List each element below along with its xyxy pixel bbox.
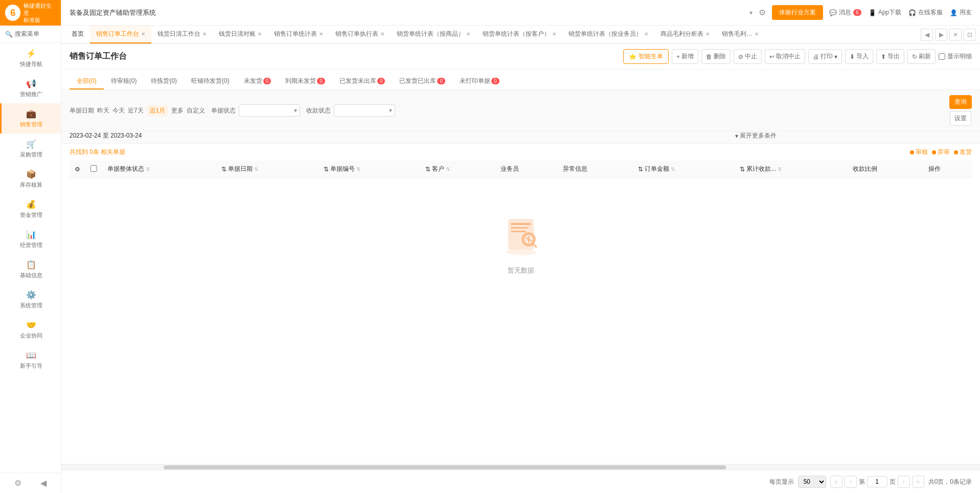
tab-reconcile[interactable]: 钱货日清对账 ✕ [213,26,268,43]
tab-daily-clear[interactable]: 钱货日清工作台 ✕ [151,26,213,43]
tab-close-sales-by-customer[interactable]: ✕ [552,31,556,37]
date-btn-more[interactable]: 更多 [171,106,184,115]
payment-select[interactable] [334,104,395,117]
expand-filter-btn[interactable]: ▾ 展开更多条件 [735,131,777,140]
new-btn[interactable]: + 新增 [672,49,698,64]
collapse-icon[interactable]: ◀ [40,478,47,488]
sub-tab-not-shipped[interactable]: 未发货0 [237,74,279,89]
cancel-stop-btn[interactable]: ↩ 取消中止 [765,49,805,64]
tab-order-exec[interactable]: 销售订单执行表 ✕ [329,26,391,43]
sidebar-item-system[interactable]: ⚙️ 系统管理 [0,284,61,315]
horizontal-scrollbar[interactable] [61,464,980,470]
th-date[interactable]: ⇅ 单据日期 ⇅ [216,161,318,178]
tab-close-sales-gross[interactable]: ✕ [755,31,759,37]
import-btn[interactable]: ⬇ 导入 [845,49,873,64]
user-btn[interactable]: 👤 用友 [950,8,972,17]
page-first-btn[interactable]: « [830,476,842,488]
sub-tab-not-printed[interactable]: 未打印单据0 [452,74,507,89]
date-btn-1month[interactable]: 近1月 [147,105,169,116]
settings-bottom-icon[interactable]: ⚙ [14,478,21,488]
tab-prev-btn[interactable]: ◀ [921,29,933,41]
tab-close-gross-profit[interactable]: ✕ [705,31,710,37]
sidebar-item-guide[interactable]: 📖 新手引导 [0,345,61,375]
online-service-btn[interactable]: 🎧 在线客服 [908,8,943,17]
tab-close-all-btn[interactable]: ✕ [949,29,962,41]
query-btn[interactable]: 查询 [949,95,972,109]
export-btn[interactable]: ⬆ 导出 [876,49,904,64]
tab-close-order-stats[interactable]: ✕ [319,31,323,37]
date-btn-today[interactable]: 今天 [112,106,125,115]
ship-btn[interactable]: 发货 [954,148,972,156]
sub-tab-pending-pick[interactable]: 待拣货(0) [144,74,184,89]
th-settings[interactable]: ⚙ [70,161,85,178]
tab-close-order-exec[interactable]: ✕ [380,31,384,37]
sub-tab-pending-review[interactable]: 待审核(0) [104,74,144,89]
sidebar-search[interactable]: 🔍 搜索菜单 [0,26,61,43]
th-cumulative[interactable]: ⇅ 累计收款... ⇅ [735,161,848,178]
page-prev-btn[interactable]: ‹ [845,476,857,488]
tab-home[interactable]: 首页 [65,26,90,43]
show-detail-checkbox[interactable] [939,53,945,60]
status-select[interactable] [239,104,300,117]
tab-sales-by-staff[interactable]: 销货单统计表（按业务员） ✕ [562,26,654,43]
settings-filter-btn[interactable]: 设置 [950,111,971,126]
sidebar-item-basic-info[interactable]: 📋 基础信息 [0,254,61,284]
tab-sales-gross[interactable]: 销售毛利… ✕ [716,26,765,43]
sidebar-item-purchase[interactable]: 🛒 采购管理 [0,133,61,164]
dropdown-icon[interactable]: ▾ [749,9,753,16]
sub-tab-wangpu-ship[interactable]: 旺铺待发货(0) [184,74,237,89]
th-amount[interactable]: ⇅ 订单金额 ⇅ [633,161,735,178]
print-btn[interactable]: 🖨 打印 ▾ [808,49,842,64]
app-download-btn[interactable]: 📱 App下载 [869,8,901,17]
sidebar-item-finance[interactable]: 💰 资金管理 [0,194,61,224]
date-btn-7days[interactable]: 近7天 [128,106,144,115]
tab-close-sales-workbench[interactable]: ✕ [141,31,145,37]
message-btn[interactable]: 💬 消息 6 [829,8,861,17]
th-checkbox[interactable] [85,161,102,178]
industry-btn[interactable]: 体验行业方案 [772,5,823,20]
handshake-icon: 🤝 [26,320,36,330]
tab-order-stats[interactable]: 销售订单统计表 ✕ [268,26,329,43]
sub-tab-all[interactable]: 全部(0) [70,74,104,89]
settings-header-icon[interactable]: ⚙ [759,8,766,17]
show-detail-label[interactable]: 显示明细 [939,52,972,61]
sidebar-item-marketing[interactable]: 📢 营销推广 [0,73,61,103]
select-all-checkbox[interactable] [90,165,97,172]
tab-sales-by-product[interactable]: 销货单统计表（按商品） ✕ [391,26,476,43]
sub-tab-overdue-ship[interactable]: 到期未发货0 [278,74,332,89]
table-settings-icon[interactable]: ⚙ [75,166,80,173]
tab-expand-btn[interactable]: ⊡ [964,29,976,41]
sidebar-item-enterprise[interactable]: 🤝 企业协同 [0,315,61,345]
review-btn[interactable]: 审核 [910,148,928,156]
tab-gross-profit[interactable]: 商品毛利分析表 ✕ [654,26,716,43]
stop-btn[interactable]: ⊘ 中止 [734,49,762,64]
sub-tab-shipped-not-out[interactable]: 已发货未出库0 [332,74,393,89]
refresh-btn[interactable]: ↻ 刷新 [907,49,936,64]
sidebar-item-operations[interactable]: 📊 经营管理 [0,224,61,254]
sub-tab-shipped-out[interactable]: 已发货已出库0 [392,74,452,89]
page-last-btn[interactable]: » [912,476,924,488]
per-page-select[interactable]: 50 100 [798,476,826,488]
svg-rect-2 [511,223,531,225]
delete-btn[interactable]: 🗑 删除 [701,49,731,64]
sidebar-item-shortcuts[interactable]: ⚡ 快捷导航 [0,43,61,73]
page-input[interactable] [867,476,887,487]
sidebar-item-inventory[interactable]: 📦 库存核算 [0,164,61,194]
sidebar-item-sales[interactable]: 💼 销售管理 [0,103,61,133]
tab-sales-workbench[interactable]: 销售订单工作台 ✕ [90,26,151,43]
abandon-review-btn[interactable]: 弃审 [932,148,950,156]
tab-sales-by-customer[interactable]: 销货单统计表（按客户） ✕ [476,26,562,43]
smart-create-btn[interactable]: ⭐ 智能生单 [623,49,669,64]
page-next-btn[interactable]: › [898,476,910,488]
tab-close-daily-clear[interactable]: ✕ [202,31,207,37]
scrollbar-thumb[interactable] [164,465,726,469]
tab-close-sales-by-staff[interactable]: ✕ [644,31,648,37]
sort-date-arrow: ⇅ [254,166,258,172]
date-btn-yesterday[interactable]: 昨天 [97,106,109,115]
th-customer[interactable]: ⇅ 客户 ⇅ [420,161,495,178]
th-order-no[interactable]: ⇅ 单据编号 ⇅ [318,161,420,178]
tab-next-btn[interactable]: ▶ [935,29,947,41]
tab-close-reconcile[interactable]: ✕ [258,31,262,37]
date-btn-custom[interactable]: 自定义 [187,106,205,115]
tab-close-sales-by-product[interactable]: ✕ [466,31,470,37]
